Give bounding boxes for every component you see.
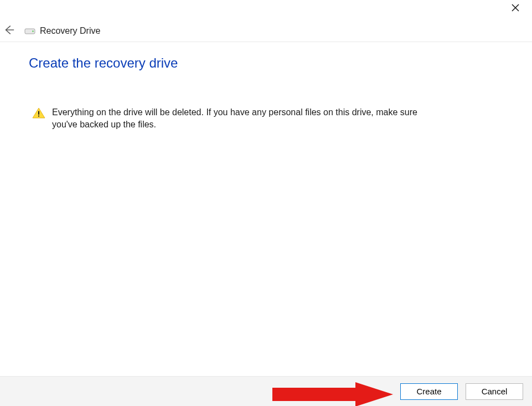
page-heading: Create the recovery drive: [29, 55, 499, 71]
svg-rect-5: [38, 111, 39, 115]
cancel-button[interactable]: Cancel: [466, 383, 523, 400]
svg-rect-6: [38, 116, 39, 117]
wizard-content: Create the recovery drive Everything on …: [27, 55, 499, 131]
close-button[interactable]: [507, 1, 524, 16]
back-arrow-icon: [3, 24, 15, 38]
wizard-header: Recovery Drive: [0, 20, 532, 42]
window-title: Recovery Drive: [40, 26, 100, 36]
close-icon: [512, 4, 519, 13]
drive-icon: [24, 27, 35, 35]
create-button[interactable]: Create: [400, 383, 458, 400]
warning-text: Everything on the drive will be deleted.…: [52, 106, 440, 131]
svg-point-4: [32, 30, 34, 32]
wizard-footer: Create Cancel: [0, 376, 532, 406]
back-button[interactable]: [1, 23, 17, 39]
warning-row: Everything on the drive will be deleted.…: [32, 106, 453, 131]
warning-icon: [32, 107, 45, 119]
